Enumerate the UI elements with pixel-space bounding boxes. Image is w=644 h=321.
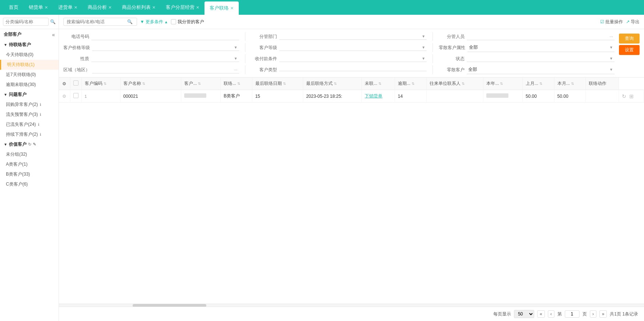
sidebar-item-tomorrow[interactable]: 明天待联络(1) <box>0 60 59 70</box>
search-input[interactable] <box>67 19 126 24</box>
sidebar-item-c-class[interactable]: C类客户(6) <box>0 179 59 189</box>
row-action-grid-icon[interactable]: ⊞ <box>629 93 634 99</box>
pending-section-header[interactable]: ▼ 待联络客户 <box>0 40 59 50</box>
row-checkbox-cell[interactable] <box>70 90 81 103</box>
col-last-method-header[interactable]: 最后联络方式 ⇅ <box>303 77 361 90</box>
query-button[interactable]: 查询 <box>619 34 640 44</box>
col-this-month-header[interactable]: 本月... ⇅ <box>554 77 586 90</box>
filter-dept-select[interactable]: ▼ <box>279 33 427 40</box>
nav-product-analysis[interactable]: 商品分析 ✕ <box>83 0 117 15</box>
first-page-btn[interactable]: « <box>537 310 545 318</box>
filter-region-select[interactable]: ··· <box>92 66 239 73</box>
row-last-method-cell[interactable]: 下销货单 <box>361 90 395 103</box>
col-code-header[interactable]: 客户编码 ⇅ <box>81 77 120 90</box>
row-last-method-link[interactable]: 下销货单 <box>365 93 382 99</box>
col-last-method-sort[interactable]: 最后联络方式 ⇅ <box>306 80 358 87</box>
col-type-sort[interactable]: 客户... ⇅ <box>184 80 217 87</box>
search-icon[interactable]: 🔍 <box>127 19 133 24</box>
row-checkbox[interactable] <box>73 93 78 98</box>
col-last-date-header[interactable]: 最后联络日期 ⇅ <box>252 77 303 90</box>
nav-close-purchase[interactable]: ✕ <box>74 5 77 10</box>
filter-retail-select[interactable]: 全部 ▼ <box>467 65 615 74</box>
col-type-header[interactable]: 客户... ⇅ <box>181 77 220 90</box>
col-not-contacted-header[interactable]: 未联... ⇅ <box>361 77 395 90</box>
col-contact-count-header[interactable]: 联络... ⇅ <box>220 77 252 90</box>
batch-operation-btn[interactable]: ☑ 批量操作 <box>600 19 623 25</box>
last-page-btn[interactable]: » <box>599 310 607 318</box>
col-this-year-sort[interactable]: 本年... ⇅ <box>486 80 519 87</box>
value-refresh-icon[interactable]: ↻ <box>28 142 31 147</box>
sidebar-item-declining[interactable]: 持续下滑客户(2) ℹ <box>0 130 59 139</box>
sidebar-item-a-class[interactable]: A类客户(1) <box>0 159 59 169</box>
sidebar-item-b-class[interactable]: B类客户(33) <box>0 169 59 179</box>
value-edit-icon[interactable]: ✎ <box>33 142 36 147</box>
sidebar-search-input[interactable] <box>3 18 49 26</box>
sidebar-item-overdue[interactable]: 逾期未联络(30) <box>0 80 59 90</box>
row-settings-icon[interactable]: ⚙ <box>62 94 66 99</box>
nav-customer-contact[interactable]: 客户联络 ✕ <box>204 1 239 15</box>
filter-region-more-icon[interactable]: ··· <box>234 68 238 72</box>
col-last-month-header[interactable]: 上月... ⇅ <box>522 77 554 90</box>
filter-person-more-icon[interactable]: ··· <box>610 34 613 39</box>
col-name-sort[interactable]: 客户名称 ⇅ <box>123 80 178 87</box>
col-checkbox[interactable] <box>70 77 81 90</box>
nav-sales-order[interactable]: 销货单 ✕ <box>24 0 53 15</box>
col-contact-person-header[interactable]: 往来单位联系人 ⇅ <box>426 77 483 90</box>
nav-customer-tier[interactable]: 客户分层经营 ✕ <box>161 0 204 15</box>
page-input[interactable] <box>565 310 580 318</box>
col-contact-person-sort[interactable]: 往来单位联系人 ⇅ <box>430 80 480 87</box>
sidebar-item-churn-warning[interactable]: 流失预警客户(3) ℹ <box>0 110 59 120</box>
col-last-date-sort[interactable]: 最后联络日期 ⇅ <box>255 80 300 87</box>
nav-close-contact[interactable]: ✕ <box>230 6 234 11</box>
next-page-btn[interactable]: › <box>590 310 596 318</box>
settings-button[interactable]: 设置 <box>619 45 640 55</box>
filter-phone-input[interactable] <box>91 33 239 40</box>
problem-section-header[interactable]: ▼ 问题客户 <box>0 90 59 100</box>
per-page-select[interactable]: 50 100 <box>514 310 534 318</box>
my-customer-checkbox[interactable] <box>171 19 176 24</box>
filter-person-select[interactable]: ··· <box>467 33 615 40</box>
search-bar[interactable]: 🔍 <box>63 18 137 26</box>
filter-price-level-select[interactable]: ▼ <box>92 44 239 51</box>
col-gear[interactable]: ⚙ <box>59 77 70 90</box>
col-this-month-sort[interactable]: 本月... ⇅ <box>557 80 583 87</box>
row-action-refresh-icon[interactable]: ↻ <box>622 93 626 99</box>
nav-product-analysis-list[interactable]: 商品分析列表 ✕ <box>117 0 161 15</box>
col-name-header[interactable]: 客户名称 ⇅ <box>120 77 181 90</box>
col-code-sort[interactable]: 客户编码 ⇅ <box>85 80 117 87</box>
col-overdue-sort[interactable]: 逾期... ⇅ <box>398 80 423 87</box>
sidebar-item-repurchase-abnormal[interactable]: 回购异常客户(2) ℹ <box>0 100 59 110</box>
export-btn[interactable]: ↗ 导出 <box>626 19 640 25</box>
col-overdue-header[interactable]: 逾期... ⇅ <box>395 77 426 90</box>
sidebar-item-ungrouped[interactable]: 未分组(32) <box>0 149 59 159</box>
nav-home[interactable]: 首页 <box>4 0 24 15</box>
more-filter-btn[interactable]: ▼ 更多条件 ▲ <box>140 19 168 25</box>
filter-status-select[interactable]: ▼ <box>467 55 615 62</box>
col-this-year-header[interactable]: 本年... ⇅ <box>483 77 522 90</box>
filter-retail-attr-select[interactable]: 全部 ▼ <box>468 43 615 52</box>
prev-page-btn[interactable]: ‹ <box>548 310 554 318</box>
sidebar-collapse-icon[interactable]: « <box>52 32 55 38</box>
nav-close-product[interactable]: ✕ <box>108 5 112 10</box>
table-settings-icon[interactable]: ⚙ <box>62 81 66 86</box>
filter-nature-select[interactable]: ▼ <box>91 55 239 62</box>
col-not-contacted-sort[interactable]: 未联... ⇅ <box>365 80 392 87</box>
filter-customer-type-select[interactable] <box>279 69 427 71</box>
col-contact-count-sort[interactable]: 联络... ⇅ <box>224 80 249 87</box>
sidebar-search-icon[interactable]: 🔍 <box>50 19 56 24</box>
nav-close-sales[interactable]: ✕ <box>45 5 48 10</box>
sidebar-item-7days[interactable]: 近7天待联络(0) <box>0 70 59 80</box>
filter-customer-level-select[interactable]: ▼ <box>279 44 427 51</box>
horizontal-scrollbar[interactable] <box>59 304 644 307</box>
filter-payment-select[interactable]: ▼ <box>279 55 427 62</box>
nav-purchase-order[interactable]: 进货单 ✕ <box>53 0 83 15</box>
all-customers-header[interactable]: 全部客户 « <box>0 29 59 40</box>
sidebar-item-today[interactable]: 今天待联络(0) <box>0 50 59 60</box>
select-all-checkbox[interactable] <box>73 80 78 86</box>
nav-close-tier[interactable]: ✕ <box>196 5 199 10</box>
my-customer-checkbox-area[interactable]: 我分管的客户 <box>171 19 204 25</box>
value-section-header[interactable]: ▼ 价值客户 ↻ ✎ <box>0 139 59 149</box>
col-last-month-sort[interactable]: 上月... ⇅ <box>526 80 551 87</box>
nav-close-product-list[interactable]: ✕ <box>152 5 155 10</box>
sidebar-item-churned[interactable]: 已流失客户(24) ℹ <box>0 120 59 130</box>
